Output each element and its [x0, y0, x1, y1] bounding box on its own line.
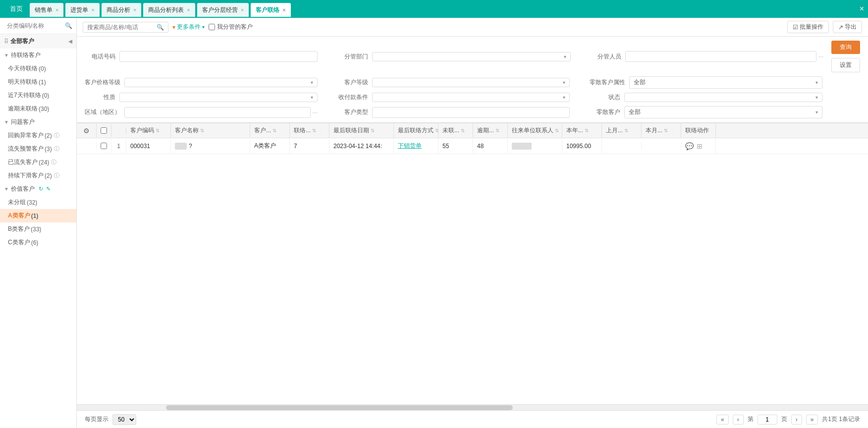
edit-icon[interactable]: ✎ [46, 186, 51, 192]
customer-level-select[interactable]: ▾ [372, 78, 570, 87]
my-customers-check[interactable] [209, 24, 215, 30]
tab-sales[interactable]: 销售单 × [30, 3, 63, 17]
page-size-select[interactable]: 50 [112, 414, 136, 425]
th-last-method[interactable]: 最后联络方式 ⇅ [394, 123, 438, 138]
th-code[interactable]: 客户编码 ⇅ [126, 123, 171, 138]
filter-search-icon[interactable]: 🔍 [157, 24, 164, 31]
th-name[interactable]: 客户名称 ⇅ [171, 123, 250, 138]
sort-overdue-icon[interactable]: ⇅ [495, 128, 499, 133]
customer-type-input[interactable] [372, 107, 570, 118]
sidebar-problem-header[interactable]: ▼ 问题客户 [0, 115, 76, 129]
grid-icon[interactable]: ⊞ [697, 142, 703, 150]
sidebar-item-7days[interactable]: 近7天待联络 (0) [0, 89, 76, 102]
tab-customer-seg-close[interactable]: × [241, 7, 244, 13]
sort-contact-icon[interactable]: ⇅ [312, 128, 316, 133]
th-level[interactable]: 客户... ⇅ [250, 123, 290, 138]
retail-attr-select[interactable]: 全部 ▾ [629, 76, 822, 89]
sidebar-item-overdue[interactable]: 逾期未联络 (30) [0, 102, 76, 115]
horizontal-scrollbar[interactable] [77, 404, 868, 410]
tab-customer-contact-close[interactable]: × [282, 7, 285, 13]
th-last-date[interactable]: 最后联络日期 ⇅ [329, 123, 394, 138]
th-settings[interactable]: ⚙ [77, 124, 97, 138]
retail-customer-select[interactable]: 全部 ▾ [624, 106, 822, 118]
tab-purchase-close[interactable]: × [91, 7, 94, 13]
next-page-button[interactable]: › [791, 415, 802, 425]
sidebar-value-header[interactable]: ▼ 价值客户 ↻ ✎ [0, 182, 76, 196]
sidebar-item-today[interactable]: 今天待联络 (0) [0, 62, 76, 75]
tab-sales-close[interactable]: × [55, 7, 58, 13]
sort-this-month-icon[interactable]: ⇅ [664, 128, 668, 133]
tab-purchase[interactable]: 进货单 × [65, 3, 99, 17]
sidebar-item-churn-warning[interactable]: 流失预警客户 (3) ⓘ [0, 142, 76, 156]
th-unit-contact[interactable]: 往来单位联系人 ⇅ [508, 123, 562, 138]
last-page-button[interactable]: » [806, 415, 818, 425]
sidebar-item-declining[interactable]: 持续下滑客户 (2) ⓘ [0, 169, 76, 182]
person-more-icon[interactable]: ··· [818, 53, 823, 60]
sort-no-contact-icon[interactable]: ⇅ [461, 128, 465, 133]
my-customers-checkbox[interactable]: 我分管的客户 [209, 23, 253, 31]
nature-select[interactable]: ▾ [119, 93, 318, 102]
sort-this-year-icon[interactable]: ⇅ [585, 128, 589, 133]
sidebar-item-class-a[interactable]: A类客户 (1) [0, 209, 76, 222]
sidebar-pending-contact-header[interactable]: ▼ 待联络客户 [0, 49, 76, 62]
th-last-month[interactable]: 上月... ⇅ [602, 123, 642, 138]
sort-code-icon[interactable]: ⇅ [156, 128, 160, 133]
th-no-contact[interactable]: 未联... ⇅ [438, 123, 473, 138]
sidebar-item-tomorrow[interactable]: 明天待联络 (1) [0, 75, 76, 89]
scrollbar-thumb[interactable] [166, 405, 513, 410]
person-input[interactable] [625, 51, 816, 62]
collapse-icon[interactable]: ◀ [68, 39, 72, 44]
th-this-year[interactable]: 本年... ⇅ [562, 123, 602, 138]
batch-op-button[interactable]: ☑ 批量操作 [787, 21, 829, 33]
select-all-checkbox[interactable] [101, 127, 107, 134]
sidebar-all-customers[interactable]: ⠿ 全部客户 ◀ [0, 34, 76, 49]
sort-name-icon[interactable]: ⇅ [200, 128, 204, 133]
query-button[interactable]: 查询 [831, 41, 860, 54]
refresh-icon[interactable]: ↻ [39, 186, 43, 192]
dept-select[interactable]: ▾ [372, 52, 570, 61]
sidebar-item-class-b[interactable]: B类客户 (33) [0, 222, 76, 236]
sort-last-date-icon[interactable]: ⇅ [371, 128, 375, 133]
sidebar-search-input[interactable] [4, 21, 63, 31]
window-close-button[interactable]: × [860, 4, 864, 13]
last-method-link[interactable]: 下销货单 [398, 142, 422, 150]
td-checkbox[interactable] [97, 139, 111, 153]
tab-analysis-list[interactable]: 商品分析列表 × [143, 3, 195, 17]
settings-gear-icon[interactable]: ⚙ [83, 127, 90, 135]
info-icon-0[interactable]: ⓘ [54, 132, 59, 139]
th-this-month[interactable]: 本月... ⇅ [642, 123, 681, 138]
sort-unit-contact-icon[interactable]: ⇅ [555, 128, 559, 133]
phone-input[interactable] [119, 51, 318, 62]
tab-analysis[interactable]: 商品分析 × [102, 3, 141, 17]
sidebar-item-ungrouped[interactable]: 未分组 (32) [0, 196, 76, 209]
prev-page-button[interactable]: ‹ [733, 415, 744, 425]
setting-button[interactable]: 设置 [831, 58, 860, 72]
filter-search-input[interactable] [87, 24, 157, 31]
payment-select[interactable]: ▾ [372, 93, 570, 102]
sort-level-icon[interactable]: ⇅ [272, 128, 276, 133]
tab-analysis-close[interactable]: × [133, 7, 136, 13]
status-select[interactable]: ▾ [624, 93, 822, 102]
nav-home[interactable]: 首页 [4, 4, 29, 13]
info-icon-2[interactable]: ⓘ [51, 159, 56, 166]
th-contact[interactable]: 联络... ⇅ [290, 123, 329, 138]
sidebar-item-repurchase-abnormal[interactable]: 回购异常客户 (2) ⓘ [0, 129, 76, 142]
th-overdue[interactable]: 逾期... ⇅ [473, 123, 508, 138]
info-icon-3[interactable]: ⓘ [54, 172, 59, 179]
price-level-select[interactable]: ▾ [124, 78, 318, 87]
region-input[interactable] [124, 107, 311, 118]
first-page-button[interactable]: « [716, 415, 729, 425]
sidebar-item-class-c[interactable]: C类客户 (6) [0, 236, 76, 249]
chat-icon[interactable]: 💬 [685, 142, 694, 150]
page-number-input[interactable] [758, 415, 777, 425]
info-icon-1[interactable]: ⓘ [54, 145, 59, 153]
sidebar-search-icon[interactable]: 🔍 [65, 22, 72, 29]
th-checkbox[interactable] [97, 124, 111, 137]
tab-customer-contact[interactable]: 客户联络 × [251, 3, 290, 17]
region-more-icon[interactable]: ··· [313, 109, 318, 116]
export-button[interactable]: ↗ 导出 [833, 21, 862, 33]
sidebar-item-churned[interactable]: 已流失客户 (24) ⓘ [0, 156, 76, 169]
sort-last-month-icon[interactable]: ⇅ [624, 128, 628, 133]
sort-last-method-icon[interactable]: ⇅ [435, 128, 438, 133]
filter-more-button[interactable]: ▾ 更多条件 ▾ [172, 23, 205, 31]
